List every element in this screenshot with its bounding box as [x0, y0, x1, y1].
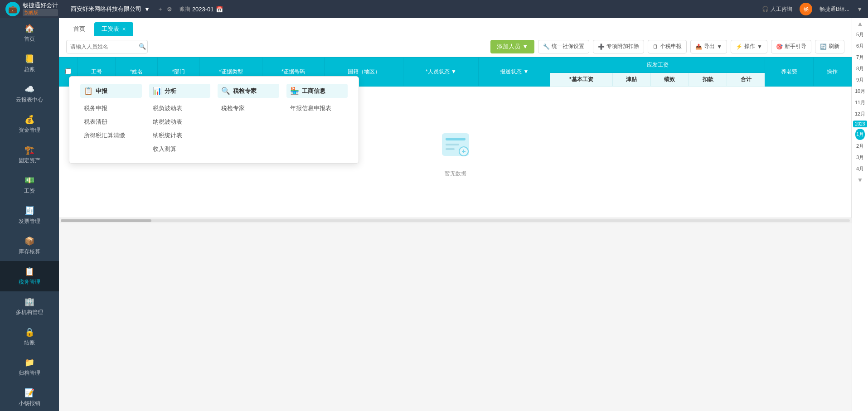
expert-col-icon: 🔍 [221, 87, 230, 95]
export-dropdown-icon: ▼ [717, 44, 722, 50]
th-sub-base_salary: *基本工资 [550, 73, 612, 87]
search-input[interactable] [66, 40, 148, 53]
tab-bar: 首页 工资表 ✕ [59, 18, 852, 36]
th-salary-group: 应发工资 [550, 58, 765, 73]
th-sub-total: 合计 [727, 73, 765, 87]
logo-icon: 💼 [5, 2, 20, 16]
sidebar-item-invoice[interactable]: 🧾发票管理 [0, 200, 59, 231]
current-year-tag[interactable]: 2023 [853, 121, 867, 127]
month-prev-12[interactable]: 12月 [852, 108, 868, 120]
toolbar: 🔍 添加人员 ▼ 🔧 统一社保设置 ➕ 专项附加扣除 🗒 个税申报 📤 导出 [59, 36, 852, 57]
deduction-icon: ➕ [598, 44, 605, 50]
month-current-1[interactable]: 1月 [855, 129, 865, 140]
sidebar-item-cloud[interactable]: ☁️云报表中心 [0, 79, 59, 109]
th-sub-performance: 绩效 [650, 73, 689, 87]
guide-btn[interactable]: 🎯 新手引导 [771, 40, 811, 53]
top-header: 💼 畅捷通好会计 旗舰版 西安虾米网络科技有限公司 ▼ ＋ ⚙ 账期 2023-… [0, 0, 868, 18]
month-prev-8[interactable]: 8月 [852, 63, 868, 74]
dropdown-item-analysis-1[interactable]: 纳税波动表 [149, 115, 211, 129]
svg-rect-2 [446, 144, 459, 145]
invoice-icon: 🧾 [24, 206, 34, 216]
sidebar-label-cloud: 云报表中心 [16, 96, 43, 104]
dropdown-menu: 📋 申报 税务申报税表清册所得税汇算清缴 📊 分析 税负波动表纳税波动表纳税统计… [69, 76, 359, 164]
sidebar-item-tax[interactable]: 📋税务管理 [0, 261, 59, 291]
user-dropdown-icon[interactable]: ▼ [857, 6, 863, 13]
sidebar-item-home[interactable]: 🏠首页 [0, 18, 59, 48]
social-insurance-btn[interactable]: 🔧 统一社保设置 [538, 40, 589, 53]
svg-rect-1 [446, 138, 466, 140]
sidebar-item-multi[interactable]: 🏢多机构管理 [0, 291, 59, 322]
sidebar-item-ledger[interactable]: 📒总账 [0, 48, 59, 79]
tax-icon: 📋 [24, 266, 34, 276]
period-label: 账期 [179, 5, 190, 13]
dropdown-item-expert-0[interactable]: 税检专家 [218, 102, 279, 115]
assets-icon: 🏗️ [24, 145, 34, 155]
support-btn[interactable]: 🎧 人工咨询 [762, 5, 792, 13]
bizinfo-col-icon: 🏪 [290, 87, 299, 95]
scroll-down-arrow[interactable]: ▼ [855, 174, 865, 185]
month-prev-9[interactable]: 9月 [852, 74, 868, 86]
add-company-btn[interactable]: ＋ [157, 5, 163, 13]
shenba-col-icon: 📋 [84, 87, 93, 95]
dropdown-header-expert: 🔍 税检专家 [218, 84, 279, 98]
dropdown-item-analysis-3[interactable]: 收入测算 [149, 142, 211, 156]
add-btn-label: 添加人员 [497, 43, 520, 51]
add-person-btn[interactable]: 添加人员 ▼ [490, 40, 534, 53]
dropdown-col-shenba: 📋 申报 税务申报税表清册所得税汇算清缴 [77, 84, 145, 156]
th-operation: 操作 [813, 58, 851, 87]
month-prev-11[interactable]: 11月 [852, 97, 868, 108]
sidebar-item-xiao[interactable]: 📝小畅报销 [0, 382, 59, 411]
scroll-up-arrow[interactable]: ▲ [855, 18, 865, 29]
action-icon: ⚡ [736, 44, 742, 50]
th-sub-allowance: 津贴 [612, 73, 650, 87]
export-btn[interactable]: 📤 导出 ▼ [690, 40, 727, 53]
sidebar-item-salary[interactable]: 💵工资 [0, 170, 59, 200]
dropdown-item-shenba-0[interactable]: 税务申报 [80, 102, 142, 115]
th-report_status: 报送状态 ▼ [479, 58, 550, 87]
headphone-icon: 🎧 [762, 6, 769, 12]
scroll-thumb [61, 219, 151, 222]
sidebar-item-assets[interactable]: 🏗️固定资产 [0, 140, 59, 170]
dropdown-item-bizinfo-0[interactable]: 年报信息申报表 [286, 102, 348, 115]
company-name: 西安虾米网络科技有限公司 [71, 5, 141, 13]
th-status: *人员状态 ▼ [403, 58, 479, 87]
month-prev-6[interactable]: 6月 [852, 40, 868, 52]
tab-close-icon[interactable]: ✕ [122, 26, 126, 32]
tax-report-btn[interactable]: 🗒 个税申报 [648, 40, 687, 53]
sidebar-item-close[interactable]: 🔒结账 [0, 322, 59, 352]
dropdown-col-analysis: 📊 分析 税负波动表纳税波动表纳税统计表收入测算 [145, 84, 214, 156]
dropdown-item-shenba-2[interactable]: 所得税汇算清缴 [80, 129, 142, 142]
company-dropdown-icon: ▼ [144, 6, 150, 13]
dropdown-item-shenba-1[interactable]: 税表清册 [80, 115, 142, 129]
dropdown-item-analysis-2[interactable]: 纳税统计表 [149, 129, 211, 142]
tab-home-label: 首页 [73, 25, 85, 33]
month-prev-5[interactable]: 5月 [852, 29, 868, 40]
action-btn[interactable]: ⚡ 操作 ▼ [731, 40, 767, 53]
settings-icon[interactable]: ⚙ [167, 6, 172, 13]
sidebar-item-inventory[interactable]: 📦库存核算 [0, 231, 59, 261]
refresh-icon: 🔄 [820, 44, 827, 50]
sidebar-label-inventory: 库存核算 [19, 248, 40, 256]
company-selector[interactable]: 西安虾米网络科技有限公司 ▼ [67, 3, 154, 15]
tab-salary-table[interactable]: 工资表 ✕ [94, 22, 133, 36]
period-calendar-icon[interactable]: 📅 [216, 6, 223, 13]
deduction-btn[interactable]: ➕ 专项附加扣除 [593, 40, 644, 53]
scroll-track [61, 219, 850, 222]
month-prev-7[interactable]: 7月 [852, 52, 868, 63]
refresh-btn[interactable]: 🔄 刷新 [815, 40, 844, 53]
select-all-checkbox[interactable] [65, 68, 71, 74]
tab-home[interactable]: 首页 [66, 22, 92, 36]
month-current-3[interactable]: 3月 [852, 152, 868, 163]
user-avatar[interactable]: 畅 [800, 3, 812, 15]
dropdown-item-analysis-0[interactable]: 税负波动表 [149, 102, 211, 115]
month-current-4[interactable]: 4月 [852, 163, 868, 174]
month-current-2[interactable]: 2月 [852, 140, 868, 152]
sidebar-item-funds[interactable]: 💰资金管理 [0, 109, 59, 140]
dropdown-header-shenba: 📋 申报 [80, 84, 142, 98]
sidebar-label-funds: 资金管理 [19, 126, 40, 134]
month-prev-10[interactable]: 10月 [852, 86, 868, 97]
sidebar-item-archive[interactable]: 📁归档管理 [0, 352, 59, 382]
close-icon: 🔒 [24, 327, 34, 337]
dropdown-header-analysis: 📊 分析 [149, 84, 211, 98]
bottom-scrollbar[interactable] [59, 218, 852, 223]
